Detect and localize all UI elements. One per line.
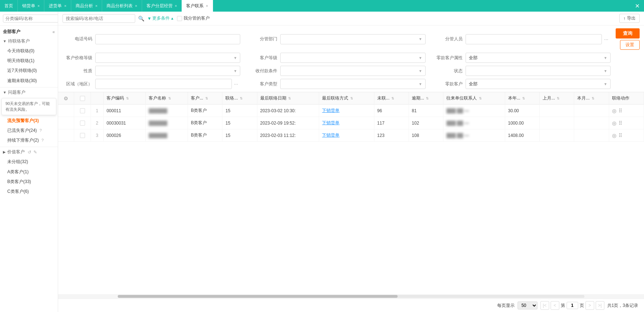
col-overdue-header[interactable]: 逾期... ⇅	[409, 92, 443, 105]
filter-search-icon[interactable]: 🔍	[138, 16, 144, 21]
cell-last-type[interactable]: 下销货单	[319, 117, 374, 129]
tab-purchase-close[interactable]: ×	[64, 4, 66, 8]
row-checkbox[interactable]	[80, 133, 85, 138]
filter-search-input[interactable]	[63, 14, 135, 23]
col-type-header[interactable]: 客户... ⇅	[188, 92, 222, 105]
last-month-sort-icon[interactable]: ⇅	[557, 97, 560, 100]
cell-checkbox[interactable]	[74, 105, 91, 117]
filter-price-level-select[interactable]: ▼	[95, 53, 240, 63]
col-checkbox[interactable]	[74, 92, 91, 105]
export-button[interactable]: ↑ 导出	[619, 14, 640, 23]
tab-product-list-close[interactable]: ×	[135, 4, 137, 8]
table-gear-icon[interactable]: ⚙	[64, 96, 68, 101]
more-action-icon[interactable]: ⠿	[619, 133, 622, 138]
tab-customer-layer-close[interactable]: ×	[175, 4, 177, 8]
tab-product-analysis-list[interactable]: 商品分析列表 ×	[102, 0, 142, 12]
tab-customer-layer[interactable]: 客户分层经营 ×	[142, 0, 182, 12]
last-contact-type-link[interactable]: 下销货单	[322, 120, 339, 125]
more-conditions-button[interactable]: ▼ 更多条件 ▲	[147, 15, 174, 21]
tab-product-analysis[interactable]: 商品分析 ×	[71, 0, 102, 12]
horizontal-scrollbar[interactable]	[58, 294, 644, 299]
more-action-icon[interactable]: ⠿	[619, 108, 622, 114]
filter-manager-input[interactable]	[466, 34, 602, 44]
this-year-sort-icon[interactable]: ⇅	[522, 97, 525, 100]
filter-manager-more-icon[interactable]: ···	[602, 36, 611, 42]
page-next-button[interactable]: >	[585, 301, 594, 310]
name-sort-icon[interactable]: ⇅	[168, 97, 171, 100]
sidebar-group-problem-title[interactable]: ▼ 问题客户	[0, 88, 58, 97]
page-number-input[interactable]	[567, 302, 578, 309]
sidebar-item-ungroup[interactable]: 未分组(32)	[0, 157, 58, 167]
select-all-checkbox[interactable]	[80, 96, 85, 101]
more-action-icon[interactable]: ⠿	[619, 120, 622, 126]
sidebar-collapse-icon[interactable]: «	[52, 29, 55, 35]
sidebar-item-class-b[interactable]: B类客户(33)	[0, 177, 58, 187]
scrollbar-track[interactable]	[118, 295, 584, 298]
last-type-sort-icon[interactable]: ⇅	[350, 97, 353, 100]
tab-sales-close[interactable]: ×	[37, 4, 40, 8]
declining-help-icon[interactable]: ?	[41, 138, 44, 142]
col-last-type-header[interactable]: 最后联络方式 ⇅	[319, 92, 374, 105]
code-sort-icon[interactable]: ⇅	[126, 97, 129, 100]
contact-action-icon[interactable]: ◎	[612, 120, 616, 126]
my-customers-checkbox[interactable]: 我分管的客户	[177, 15, 210, 21]
this-month-sort-icon[interactable]: ⇅	[592, 97, 595, 100]
window-close-button[interactable]: ✕	[631, 3, 644, 9]
sidebar-item-class-a[interactable]: A类客户(1)	[0, 167, 58, 177]
row-checkbox[interactable]	[80, 108, 85, 113]
col-last-date-header[interactable]: 最后联络日期 ⇅	[257, 92, 319, 105]
tab-customer-contact[interactable]: 客户联系 ×	[182, 0, 213, 12]
query-button[interactable]: 查询	[616, 28, 640, 39]
col-this-year-header[interactable]: 本年... ⇅	[505, 92, 539, 105]
contact-action-icon[interactable]: ◎	[612, 133, 616, 138]
cell-checkbox[interactable]	[74, 129, 91, 142]
settings-button[interactable]: 设置	[620, 40, 640, 50]
cell-last-type[interactable]: 下销货单	[319, 129, 374, 142]
per-page-select[interactable]: 50 100 200	[518, 301, 538, 309]
sidebar-item-overdue[interactable]: 逾期未联络(30)	[0, 76, 58, 86]
filter-zero-customer-select[interactable]: 全部 ▼	[466, 79, 611, 89]
tab-product-analysis-close[interactable]: ×	[95, 4, 97, 8]
filter-customer-type-select[interactable]: ▼	[280, 79, 425, 89]
page-last-button[interactable]: >|	[596, 301, 604, 310]
col-this-month-header[interactable]: 本月... ⇅	[574, 92, 609, 105]
filter-payment-select[interactable]: ▼	[280, 66, 425, 76]
last-contact-type-link[interactable]: 下销货单	[322, 108, 339, 113]
unit-contact-sort-icon[interactable]: ⇅	[479, 97, 482, 100]
page-first-button[interactable]: |<	[540, 301, 549, 310]
cell-last-type[interactable]: 下销货单	[319, 105, 374, 117]
col-name-header[interactable]: 客户名称 ⇅	[146, 92, 188, 105]
filter-customer-level-select[interactable]: ▼	[280, 53, 425, 63]
filter-phone-input[interactable]	[95, 34, 240, 44]
value-edit-icon[interactable]: ✎	[33, 150, 37, 155]
my-customers-check-icon[interactable]	[177, 16, 182, 21]
sidebar-search-input[interactable]	[3, 15, 58, 23]
contact-sort-icon[interactable]: ⇅	[240, 97, 243, 100]
sidebar-item-class-c[interactable]: C类客户(6)	[0, 187, 58, 196]
page-prev-button[interactable]: <	[551, 301, 559, 310]
overdue-sort-icon[interactable]: ⇅	[426, 97, 429, 100]
sidebar-item-today[interactable]: 今天待联络(0)	[0, 46, 58, 56]
last-date-sort-icon[interactable]: ⇅	[288, 97, 291, 100]
filter-dept-select[interactable]: ▼	[280, 34, 425, 44]
sidebar-group-pending[interactable]: ▼ 待联络客户	[0, 36, 58, 46]
last-contact-type-link[interactable]: 下销货单	[322, 133, 339, 138]
filter-nature-select[interactable]: ▼	[95, 66, 240, 76]
sidebar-item-churn-warning[interactable]: 流失预警客户(3)	[0, 116, 58, 126]
col-uncontacted-header[interactable]: 未联... ⇅	[374, 92, 408, 105]
col-contact-header[interactable]: 联络... ⇅	[222, 92, 257, 105]
churned-help-icon[interactable]: ?	[40, 128, 42, 133]
filter-region-input[interactable]	[95, 79, 232, 89]
scrollbar-thumb[interactable]	[118, 295, 398, 298]
tab-sales[interactable]: 销货单 ×	[18, 0, 44, 12]
contact-action-icon[interactable]: ◎	[612, 108, 616, 114]
filter-zero-attr-select[interactable]: 全部 ▼	[466, 53, 611, 63]
col-gear[interactable]: ⚙	[58, 92, 74, 105]
row-checkbox[interactable]	[80, 121, 85, 126]
tab-home[interactable]: 首页	[0, 0, 18, 12]
col-last-month-header[interactable]: 上月... ⇅	[540, 92, 574, 105]
sidebar-item-declining[interactable]: 持续下滑客户(2) ?	[0, 135, 58, 145]
sidebar-item-churned[interactable]: 已流失客户(24) ?	[0, 126, 58, 135]
type-sort-icon[interactable]: ⇅	[205, 97, 208, 100]
sidebar-item-7days[interactable]: 近7天待联络(0)	[0, 66, 58, 76]
